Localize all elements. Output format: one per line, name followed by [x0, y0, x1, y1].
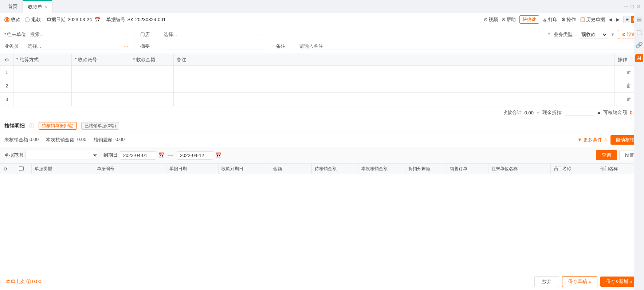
- list-view-btn[interactable]: ≡: [624, 16, 631, 23]
- help-btn[interactable]: ⊙ 帮助: [502, 16, 516, 23]
- settle-cell-2[interactable]: [13, 79, 72, 93]
- delete-icon-3[interactable]: 🗑: [626, 96, 631, 102]
- tab-receipt-close[interactable]: ×: [44, 4, 47, 9]
- table-settings-header[interactable]: ⚙: [0, 54, 13, 66]
- discount-input[interactable]: [565, 110, 594, 115]
- window-max-btn[interactable]: □: [631, 4, 634, 9]
- filter-date-end[interactable]: [177, 151, 213, 160]
- note-cell-3[interactable]: [174, 93, 615, 106]
- sidebar-icon-2[interactable]: ◫: [636, 29, 642, 36]
- filter-range-label: 单据范围: [4, 152, 23, 158]
- account-cell-2[interactable]: [72, 79, 130, 93]
- note-cell-2[interactable]: [174, 79, 615, 93]
- vt-num-header: 单据编号: [94, 164, 166, 174]
- filter-date-field: 到期日 📅 — 📅: [103, 151, 221, 160]
- sidebar-icon-1[interactable]: ▤: [636, 16, 642, 23]
- next-btn[interactable]: ▶: [616, 17, 620, 22]
- history-btn[interactable]: 📋 历史单据: [580, 16, 605, 23]
- sidebar-icon-3[interactable]: 🔗: [636, 42, 643, 48]
- print-btn[interactable]: 🖨 打印: [543, 16, 558, 23]
- verify-section: 核销明细 ⓘ 待核销单据(0笔) 已核销单据(0笔) 未核销金额 0.00 本次…: [0, 119, 644, 273]
- amount-cell-2[interactable]: [130, 79, 174, 93]
- form-row-2: 业务员 ··· 摘要 备注: [4, 43, 640, 50]
- query-btn[interactable]: 查询: [596, 150, 617, 160]
- partner-label: 往来单位: [7, 31, 29, 38]
- diff-label: 核销差额:: [94, 137, 114, 143]
- window-controls: ─ □ ✕: [624, 4, 641, 9]
- biz-type-select[interactable]: 预收款: [578, 31, 608, 39]
- date-label: 单据日期: [47, 16, 66, 23]
- staff-label: 业务员: [4, 43, 26, 50]
- save-draft-arrow: ∧: [589, 280, 591, 284]
- operation-btn[interactable]: ⚙ 操作: [561, 16, 576, 23]
- window-close-btn[interactable]: ✕: [637, 4, 641, 9]
- filter-due-label: 到期日: [103, 152, 118, 158]
- gear-icon: ⚙: [622, 32, 626, 37]
- discount-label: 现金折扣:: [542, 109, 563, 116]
- amount-header: * 收款金额: [130, 54, 174, 66]
- done-tag[interactable]: 已核销单据(0笔): [81, 122, 119, 130]
- save-new-arrow: ∧: [630, 280, 632, 284]
- receipt-table-container: ⚙ * 结算方式 * 收款账号 * 收款金额 备注 操作: [0, 54, 644, 106]
- staff-input[interactable]: [26, 43, 122, 50]
- summary-input[interactable]: [162, 43, 264, 50]
- toolbar-right: ⊙ 视频 ⊙ 帮助 快捷键 🖨 打印 ⚙ 操作 📋 历史单据 ◀ ▶ ≡ ⊞: [484, 15, 640, 24]
- tab-home-label: 首页: [8, 3, 17, 10]
- vt-type-header: 单据类型: [31, 164, 94, 174]
- bottom-info-label: 本单上次: [6, 279, 25, 284]
- quickkey-btn[interactable]: 快捷键: [519, 15, 539, 24]
- current-stat: 本次核销金额: 0.00: [46, 137, 86, 143]
- discard-btn[interactable]: 放弃: [534, 276, 559, 287]
- receipt-type-group: 收款 退款: [4, 16, 41, 23]
- window-min-btn[interactable]: ─: [624, 4, 628, 9]
- date-start-icon[interactable]: 📅: [158, 152, 165, 158]
- verify-table: ⚙ 单据类型 单据编号 单据日期: [0, 164, 644, 174]
- video-btn[interactable]: ⊙ 视频: [484, 16, 498, 23]
- tab-receipt[interactable]: 收款单 ×: [23, 0, 52, 13]
- prev-btn[interactable]: ◀: [609, 17, 612, 22]
- table-row: 1 🗑 ⊞: [0, 66, 644, 79]
- partner-more-icon[interactable]: ···: [124, 32, 128, 38]
- note-input[interactable]: [298, 43, 640, 50]
- vt-checkbox-all[interactable]: [19, 166, 24, 171]
- store-more-icon[interactable]: ···: [260, 32, 264, 38]
- radio-receipt[interactable]: 收款: [4, 16, 20, 23]
- current-value: 0.00: [77, 137, 86, 143]
- verify-help-icon[interactable]: ⓘ: [29, 123, 34, 129]
- save-draft-btn[interactable]: 保存草稿 ∧: [562, 276, 597, 287]
- sidebar-icon-4[interactable]: Ai: [635, 54, 643, 62]
- date-end-icon[interactable]: 📅: [215, 152, 221, 158]
- vt-settings-header[interactable]: ⚙: [0, 164, 16, 174]
- account-cell-3[interactable]: [72, 93, 130, 106]
- filter-range-select[interactable]: [25, 151, 98, 160]
- row-num-1: 1: [0, 66, 13, 79]
- partner-input[interactable]: [29, 31, 122, 38]
- vt-settings-icon: ⚙: [3, 166, 7, 172]
- account-cell-1[interactable]: [72, 66, 130, 79]
- vt-partner-header: 往来单位名称: [488, 164, 550, 174]
- tab-home[interactable]: 首页: [3, 0, 23, 13]
- filter-range-field: 单据范围 ▼: [4, 151, 98, 160]
- more-cond-btn[interactable]: ▼ 更多条件 ∧: [577, 137, 608, 143]
- staff-more-icon[interactable]: ···: [124, 43, 128, 49]
- note-cell-1[interactable]: [174, 66, 615, 79]
- date-calendar-icon[interactable]: 📅: [94, 17, 101, 23]
- verify-title: 核销明细: [4, 123, 25, 129]
- form-area: * 往来单位 ··· 门店 ··· * 业务类型 预收款 ▼: [0, 26, 644, 54]
- radio-refund[interactable]: 退款: [25, 16, 41, 23]
- settle-cell-3[interactable]: [13, 93, 72, 106]
- delete-icon-1[interactable]: 🗑: [626, 69, 631, 75]
- current-label: 本次核销金额:: [46, 137, 76, 143]
- store-input[interactable]: [162, 31, 258, 38]
- filter-date-start[interactable]: [120, 151, 156, 160]
- settle-cell-1[interactable]: [13, 66, 72, 79]
- divider-4: [270, 43, 270, 50]
- unchecked-stat: 未核销金额 0.00: [4, 137, 39, 143]
- date-value: 2023-03-24: [68, 17, 92, 22]
- delete-icon-2[interactable]: 🗑: [626, 83, 631, 89]
- vt-checkbox-header[interactable]: [16, 164, 31, 174]
- pending-tag[interactable]: 待核销单据(0笔): [39, 122, 77, 130]
- amount-cell-3[interactable]: [130, 93, 174, 106]
- save-new-btn[interactable]: 保存&新增 ∧: [600, 277, 638, 287]
- amount-cell-1[interactable]: [130, 66, 174, 79]
